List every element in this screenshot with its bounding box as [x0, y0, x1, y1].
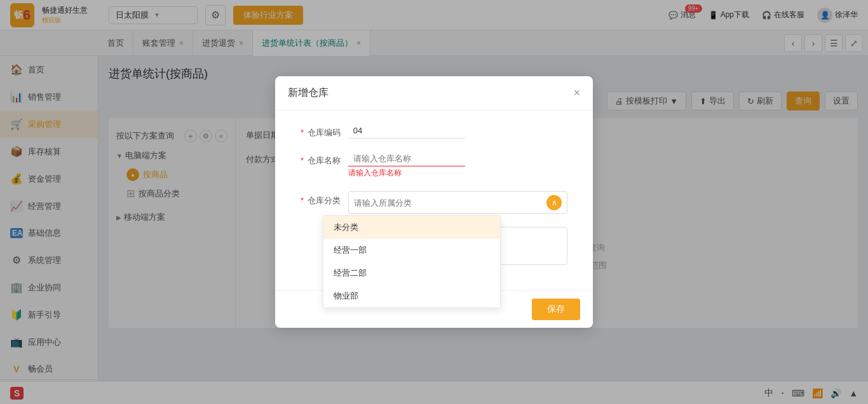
dropdown-option-dept2[interactable]: 经营二部: [323, 262, 500, 285]
category-dropdown[interactable]: ∧: [348, 191, 567, 214]
code-required-mark: *: [301, 128, 304, 137]
save-button[interactable]: 保存: [532, 299, 580, 320]
category-label: * 仓库分类: [301, 191, 341, 206]
dropdown-toggle-button[interactable]: ∧: [546, 195, 562, 210]
modal-title: 新增仓库: [288, 86, 329, 100]
code-form-row: * 仓库编码: [301, 123, 567, 138]
code-input[interactable]: [348, 123, 465, 138]
category-dropdown-list: 未分类 经营一部 经营二部 物业部: [323, 215, 501, 308]
category-input-wrap: ∧ 未分类 经营一部 经营二部 物业部: [348, 191, 567, 214]
name-required-mark: *: [301, 156, 304, 165]
name-input-wrap: 请输入仓库名称: [348, 151, 567, 178]
name-label: * 仓库名称: [301, 151, 341, 166]
dropdown-option-dept3[interactable]: 物业部: [323, 285, 500, 307]
modal-overlay: 新增仓库 × * 仓库编码 * 仓库名称: [0, 0, 868, 404]
category-required-mark: *: [301, 196, 304, 205]
add-warehouse-modal: 新增仓库 × * 仓库编码 * 仓库名称: [275, 76, 593, 328]
category-input[interactable]: [354, 198, 546, 208]
name-input[interactable]: [348, 151, 465, 166]
dropdown-option-uncategorized[interactable]: 未分类: [323, 216, 500, 239]
dropdown-option-dept1[interactable]: 经营一部: [323, 239, 500, 262]
code-input-wrap: [348, 123, 567, 138]
modal-close-button[interactable]: ×: [573, 86, 580, 100]
code-label: * 仓库编码: [301, 123, 341, 138]
category-form-row: * 仓库分类 ∧ 未分类 经营一部 经营二部 物业部: [301, 191, 567, 214]
modal-header: 新增仓库 ×: [275, 76, 593, 111]
modal-body: * 仓库编码 * 仓库名称 请输入仓库名称: [275, 111, 593, 290]
name-error-message: 请输入仓库名称: [348, 168, 567, 178]
name-form-row: * 仓库名称 请输入仓库名称: [301, 151, 567, 178]
